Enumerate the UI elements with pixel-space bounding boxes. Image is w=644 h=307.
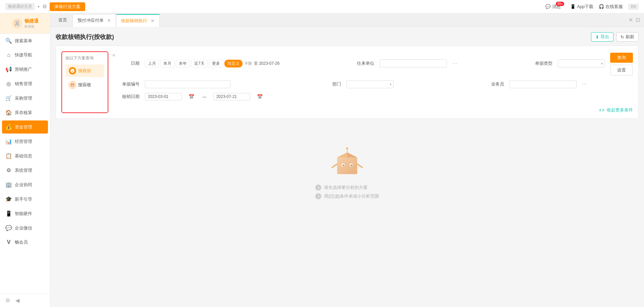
date-btn-more[interactable]: 更多: [209, 60, 223, 67]
filter-option-receipt[interactable]: ¥ 按收款: [65, 64, 104, 77]
filter-actions: 查询 设置: [610, 51, 633, 75]
filter-left: 按以下方案查询 ¥ 按收款 ⏰ 按应收: [61, 51, 108, 113]
svg-text:¥: ¥: [71, 70, 73, 73]
sidebar-logo: 🐰 搜索菜单 畅捷通 标准版: [0, 13, 50, 34]
tab-home[interactable]: 首页: [53, 13, 72, 27]
sidebar-bottom: ⚙ ◀: [0, 294, 50, 307]
export-btn[interactable]: ⬆ 导出: [591, 32, 613, 42]
sidebar-item-hardware[interactable]: 📱 智能硬件: [0, 206, 50, 221]
sidebar-item-beginner-label: 新手引导: [15, 196, 32, 202]
calendar-from-icon[interactable]: 📅: [189, 94, 194, 99]
sidebar-item-beginner[interactable]: 🎓 新手引导: [0, 192, 50, 206]
brand-label: 畅捷通好生意: [5, 3, 35, 10]
calendar-to-icon[interactable]: 📅: [257, 94, 263, 99]
sidebar-item-basic-info[interactable]: 📋 基础信息: [0, 149, 50, 163]
filter-right: 日期 上月 本月 本年 近7天 更多 自定义 不限 至 2023-: [119, 51, 633, 113]
sidebar-item-wechat[interactable]: 💬 企业微信: [0, 221, 50, 235]
writeoff-to-input[interactable]: [213, 93, 250, 100]
filter-option-receipt-label: 按收款: [78, 68, 91, 74]
tip-num-2: 2: [315, 193, 321, 199]
staff-ellipsis[interactable]: ···: [582, 81, 587, 87]
filter-row-writeoff: 核销日期 📅 — 📅: [119, 93, 633, 100]
industry-btn[interactable]: 体验行业方案: [50, 2, 85, 11]
filter-receipt-icon: ¥: [69, 67, 76, 74]
app-download-btn[interactable]: 📱 App下载: [570, 4, 593, 10]
brand-dropdown-arrow[interactable]: ▾: [38, 4, 40, 9]
search-menu-icon: 🔍: [5, 38, 12, 44]
logo-text: 搜索菜单 畅捷通 标准版: [24, 18, 39, 29]
sidebar-item-search[interactable]: 🔍 搜索菜单: [0, 34, 50, 48]
date-btn-7days[interactable]: 近7天: [191, 60, 208, 67]
dept-select[interactable]: [346, 80, 393, 88]
sidebar-item-marketing[interactable]: 📢 营销推广: [0, 62, 50, 76]
filter-row-date: 日期 上月 本月 本年 近7天 更多 自定义 不限 至 2023-: [119, 51, 633, 75]
sidebar-nav: 🔍 搜索菜单 ⌂ 快捷导航 📢 营销推广 ◎ 销售管理 🛒 采购管理 🏠 库: [0, 34, 50, 294]
svg-point-12: [351, 165, 353, 166]
filter-panel: 按以下方案查询 ¥ 按收款 ⏰ 按应收 «: [56, 46, 639, 119]
tab-prepay-close[interactable]: ✕: [107, 18, 111, 23]
date-btn-custom[interactable]: 自定义: [224, 60, 243, 67]
collapse-more-btn[interactable]: ∧∧ 收起更多条件: [599, 107, 633, 113]
sidebar-item-inventory[interactable]: 🏠 库存核算: [0, 105, 50, 120]
collapse-filter-btn[interactable]: «: [112, 51, 115, 113]
svg-text:⏰: ⏰: [71, 84, 74, 87]
page-title: 收款核销执行(按收款): [56, 33, 114, 41]
staff-input[interactable]: [509, 80, 577, 88]
sidebar-settings-icon[interactable]: ⚙: [5, 297, 10, 304]
sidebar-item-quick-nav-label: 快捷导航: [15, 52, 32, 58]
tab-receipt-writeoff[interactable]: 收款核销执行 ✕: [116, 14, 160, 27]
sales-icon: ◎: [5, 81, 12, 87]
filter-option-receivable-label: 按应收: [78, 82, 91, 88]
collapse-more-row: ∧∧ 收起更多条件: [119, 105, 633, 113]
sidebar-collapse-icon[interactable]: ◀: [15, 297, 19, 304]
wechat-icon: 💬: [5, 225, 12, 231]
tab-expand-btn[interactable]: ⊡: [636, 17, 640, 23]
doc-no-input[interactable]: [145, 80, 231, 88]
sidebar-item-purchase[interactable]: 🛒 采购管理: [0, 91, 50, 105]
date-btn-this-month[interactable]: 本月: [160, 60, 174, 67]
service-btn[interactable]: 🎧 在线客服: [599, 4, 623, 10]
tab-receipt-writeoff-close[interactable]: ✕: [151, 18, 155, 23]
sidebar-item-capital[interactable]: 💰 资金管理: [2, 120, 48, 134]
tab-prepay[interactable]: 预付冲应付单 ✕: [72, 14, 116, 27]
layout: 🐰 搜索菜单 畅捷通 标准版 🔍 搜索菜单 ⌂ 快捷导航 📢 营销推广: [0, 13, 644, 307]
empty-tip-2-label: 用[过滤]条件来缩小分析范围: [324, 193, 379, 199]
date-btn-last-month[interactable]: 上月: [145, 60, 159, 67]
collapse-more-icon: ∧∧: [599, 108, 605, 112]
sidebar-item-sales[interactable]: ◎ 销售管理: [0, 76, 50, 91]
partner-input[interactable]: [380, 59, 447, 67]
svg-marker-7: [337, 152, 347, 157]
sidebar-item-system[interactable]: ⚙ 系统管理: [0, 163, 50, 177]
main: 首页 预付冲应付单 ✕ 收款核销执行 ✕ ✕ ⊡ 收款核销执行(按收款) ⬆: [50, 13, 644, 307]
doc-type-select[interactable]: [558, 59, 605, 67]
setting-btn[interactable]: 设置: [610, 65, 633, 75]
top-bar-right: 💬 消息 99+ 📱 App下载 🎧 在线客服 Rit: [545, 4, 639, 10]
purchase-icon: 🛒: [5, 95, 12, 101]
dept-wrap: ▾: [346, 80, 393, 88]
service-label: 在线客服: [605, 4, 623, 10]
refresh-btn[interactable]: ↻ 刷新: [616, 32, 639, 42]
page-header: 收款核销执行(按收款) ⬆ 导出 ↻ 刷新: [56, 32, 639, 42]
tab-close-btn[interactable]: ✕: [629, 17, 633, 23]
filter-option-receivable[interactable]: ⏰ 按应收: [65, 79, 104, 91]
tab-bar: 首页 预付冲应付单 ✕ 收款核销执行 ✕ ✕ ⊡: [50, 13, 644, 27]
sidebar-item-operations[interactable]: 📊 经营管理: [0, 134, 50, 149]
enterprise-icon: 🏢: [5, 182, 12, 188]
sidebar-item-enterprise[interactable]: 🏢 企业协同: [0, 177, 50, 192]
msg-btn[interactable]: 💬 消息 99+: [545, 4, 561, 10]
partner-ellipsis[interactable]: ···: [452, 60, 458, 66]
writeoff-date-label: 核销日期: [119, 94, 140, 100]
writeoff-from-input[interactable]: [145, 93, 182, 100]
doc-no-label: 单据编号: [119, 81, 140, 87]
svg-marker-8: [347, 152, 357, 157]
sidebar-item-member[interactable]: V 畅会员: [0, 235, 50, 249]
query-btn[interactable]: 查询: [610, 53, 633, 63]
settings-icon[interactable]: ⚙: [42, 3, 47, 10]
sidebar-item-inventory-label: 库存核算: [15, 110, 32, 116]
collapse-more-label: 收起更多条件: [607, 107, 633, 113]
sidebar-item-system-label: 系统管理: [15, 167, 32, 173]
date-label: 日期: [119, 60, 140, 66]
sidebar-item-quick-nav[interactable]: ⌂ 快捷导航: [0, 48, 50, 62]
date-btn-this-year[interactable]: 本年: [176, 60, 190, 67]
user-label[interactable]: Rit: [628, 4, 639, 10]
